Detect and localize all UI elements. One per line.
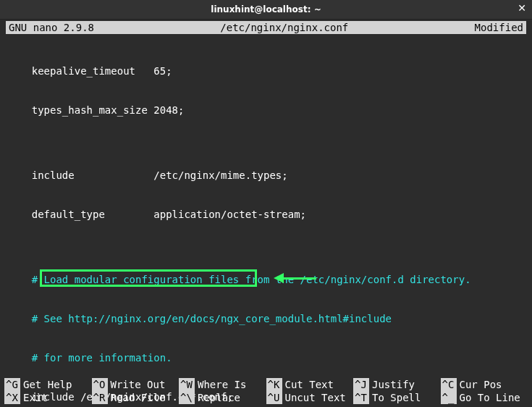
shortcut-go-to-line[interactable]: ^_Go To Line: [441, 391, 528, 404]
keycap: ^_: [441, 391, 457, 404]
shortcut-exit[interactable]: ^XExit: [4, 391, 92, 404]
keycap: ^K: [266, 378, 282, 391]
code-comment: # for more information.: [7, 351, 525, 364]
shortcut-row: ^GGet Help ^OWrite Out ^WWhere Is ^KCut …: [4, 378, 528, 391]
shortcut-label: Read File: [111, 391, 166, 404]
shortcut-cut-text[interactable]: ^KCut Text: [266, 378, 354, 391]
editor-name-version: GNU nano 2.9.8: [9, 21, 94, 34]
shortcut-label: Exit: [23, 391, 48, 404]
window-title: linuxhint@localhost: ~: [211, 4, 321, 14]
keycap: ^U: [266, 391, 282, 404]
shortcut-label: To Spell: [372, 391, 421, 404]
code-comment: # See http://nginx.org/en/docs/ngx_core_…: [7, 312, 525, 325]
code-line: include /etc/nginx/mime.types;: [7, 169, 525, 182]
shortcut-label: Replace: [198, 391, 240, 404]
code-line: keepalive_timeout 65;: [7, 64, 525, 77]
code-line: types_hash_max_size 2048;: [7, 104, 525, 117]
bottom-spacer: [0, 404, 532, 407]
shortcut-label: Cur Pos: [460, 378, 502, 391]
shortcut-replace[interactable]: ^\Replace: [179, 391, 266, 404]
shortcut-label: Go To Line: [460, 391, 520, 404]
shortcut-label: Uncut Text: [285, 391, 346, 404]
shortcut-label: Get Help: [23, 378, 72, 391]
shortcut-to-spell[interactable]: ^TTo Spell: [353, 391, 441, 404]
shortcut-bar: ^GGet Help ^OWrite Out ^WWhere Is ^KCut …: [0, 378, 532, 404]
shortcut-row: ^XExit ^RRead File ^\Replace ^UUncut Tex…: [4, 391, 528, 404]
keycap: ^O: [92, 378, 108, 391]
keycap: ^T: [353, 391, 369, 404]
modified-indicator: Modified: [475, 21, 523, 34]
shortcut-cur-pos[interactable]: ^CCur Pos: [441, 378, 528, 391]
shortcut-justify[interactable]: ^JJustify: [353, 378, 441, 391]
shortcut-label: Write Out: [111, 378, 166, 391]
keycap: ^\: [179, 391, 195, 404]
shortcut-label: Cut Text: [285, 378, 334, 391]
shortcut-get-help[interactable]: ^GGet Help: [4, 378, 92, 391]
keycap: ^J: [353, 378, 369, 391]
close-icon[interactable]: ✕: [518, 2, 526, 14]
shortcut-label: Justify: [372, 378, 415, 391]
keycap: ^C: [441, 378, 457, 391]
shortcut-where-is[interactable]: ^WWhere Is: [179, 378, 266, 391]
shortcut-uncut-text[interactable]: ^UUncut Text: [266, 391, 354, 404]
keycap: ^R: [92, 391, 108, 404]
shortcut-label: Where Is: [198, 378, 246, 391]
file-path: /etc/nginx/nginx.conf: [94, 21, 475, 34]
code-line: default_type application/octet-stream;: [7, 208, 525, 221]
keycap: ^G: [4, 378, 20, 391]
keycap: ^W: [179, 378, 195, 391]
window-titlebar: linuxhint@localhost: ~ ✕: [0, 0, 532, 20]
shortcut-write-out[interactable]: ^OWrite Out: [92, 378, 180, 391]
code-comment: # Load modular configuration files from …: [7, 273, 525, 286]
editor-area[interactable]: keepalive_timeout 65; types_hash_max_siz…: [0, 34, 532, 407]
editor-statusbar: GNU nano 2.9.8 /etc/nginx/nginx.conf Mod…: [6, 21, 526, 34]
keycap: ^X: [4, 391, 20, 404]
shortcut-read-file[interactable]: ^RRead File: [92, 391, 180, 404]
